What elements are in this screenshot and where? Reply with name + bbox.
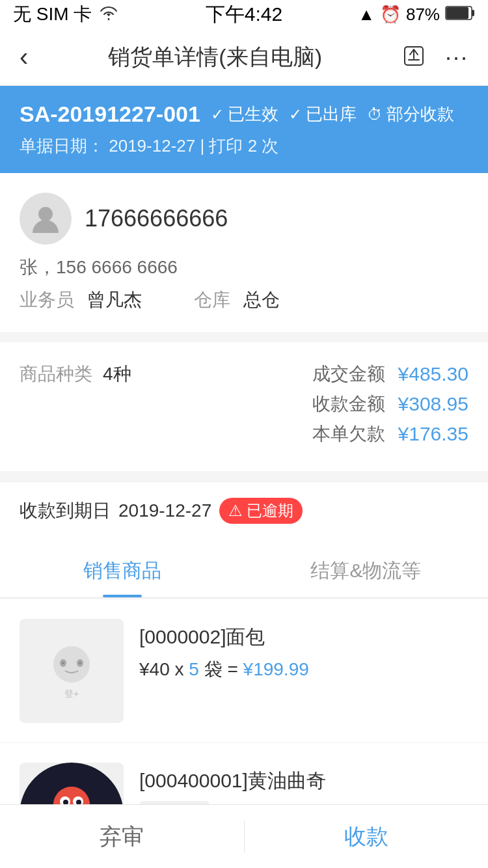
product-name-2: [000400001]黄油曲奇 bbox=[139, 768, 468, 794]
carrier-text: 无 SIM 卡 bbox=[13, 2, 92, 27]
svg-text:登+: 登+ bbox=[64, 688, 79, 699]
collected-amount: 收款金额 ¥308.95 bbox=[312, 392, 468, 416]
svg-point-9 bbox=[79, 662, 81, 664]
stats-right: 成交金额 ¥485.30 收款金额 ¥308.95 本单欠款 ¥176.35 bbox=[312, 362, 468, 452]
owed-amount: 本单欠款 ¥176.35 bbox=[312, 422, 468, 446]
status-shipped: ✓ 已出库 bbox=[289, 103, 357, 126]
svg-point-8 bbox=[62, 662, 64, 664]
back-button[interactable]: ‹ bbox=[20, 42, 28, 72]
collect-button[interactable]: 收款 bbox=[245, 805, 489, 868]
location-icon: ▲ bbox=[358, 5, 375, 25]
stats-left: 商品种类 4种 bbox=[20, 362, 131, 387]
product-name-1: [0000002]面包 bbox=[139, 624, 468, 651]
order-header: SA-20191227-001 ✓ 已生效 ✓ 已出库 ⏱ 部分收款 单据日期：… bbox=[0, 86, 488, 173]
check-icon-2: ✓ bbox=[289, 105, 302, 124]
tab-products[interactable]: 销售商品 bbox=[0, 539, 244, 597]
customer-section: 17666666666 张，156 6666 6666 业务员 曾凡杰 仓库 总… bbox=[0, 173, 488, 332]
customer-details: 业务员 曾凡杰 仓库 总仓 bbox=[20, 288, 468, 312]
status-payment: ⏱ 部分收款 bbox=[367, 103, 454, 126]
wifi-icon bbox=[98, 4, 119, 25]
page-title: 销货单详情(来自电脑) bbox=[108, 42, 322, 72]
product-info-1: [0000002]面包 ¥40 x 5 袋 = ¥199.99 bbox=[139, 619, 468, 682]
battery-text: 87% bbox=[406, 5, 440, 25]
overdue-badge: ⚠ 已逾期 bbox=[219, 498, 303, 524]
status-time: 下午4:42 bbox=[206, 1, 282, 28]
alarm-icon: ⏰ bbox=[380, 5, 401, 25]
customer-id: 17666666666 bbox=[85, 205, 228, 232]
tabs-section: 销售商品 结算&物流等 bbox=[0, 539, 488, 598]
status-bar: 无 SIM 卡 下午4:42 ▲ ⏰ 87% bbox=[0, 0, 488, 29]
tab-settlement[interactable]: 结算&物流等 bbox=[244, 539, 488, 597]
customer-top: 17666666666 bbox=[20, 193, 468, 245]
due-section: 收款到期日 2019-12-27 ⚠ 已逾期 bbox=[0, 481, 488, 539]
svg-rect-2 bbox=[446, 7, 468, 19]
nav-bar: ‹ 销货单详情(来自电脑) ··· bbox=[0, 29, 488, 86]
deal-amount: 成交金额 ¥485.30 bbox=[312, 362, 468, 387]
due-row: 收款到期日 2019-12-27 ⚠ 已逾期 bbox=[20, 498, 468, 524]
order-meta: 单据日期： 2019-12-27 | 打印 2 次 bbox=[20, 135, 468, 157]
order-id: SA-20191227-001 bbox=[20, 102, 200, 127]
status-left: 无 SIM 卡 bbox=[13, 2, 119, 27]
status-right: ▲ ⏰ 87% bbox=[358, 5, 475, 25]
svg-rect-1 bbox=[472, 10, 474, 16]
share-icon[interactable] bbox=[402, 44, 426, 70]
bottom-bar: 弃审 收款 bbox=[0, 804, 488, 868]
stats-section: 商品种类 4种 成交金额 ¥485.30 收款金额 ¥308.95 本单欠款 ¥… bbox=[0, 342, 488, 471]
nav-icons: ··· bbox=[402, 44, 468, 71]
order-id-row: SA-20191227-001 ✓ 已生效 ✓ 已出库 ⏱ 部分收款 bbox=[20, 102, 468, 127]
more-icon[interactable]: ··· bbox=[445, 44, 468, 71]
svg-point-5 bbox=[53, 646, 90, 683]
status-effective: ✓ 已生效 bbox=[211, 103, 278, 126]
product-image-1: 登+ bbox=[20, 619, 124, 723]
battery-icon bbox=[445, 5, 475, 25]
avatar bbox=[20, 193, 72, 245]
check-icon-1: ✓ bbox=[211, 105, 224, 124]
product-price-1: ¥40 x 5 袋 = ¥199.99 bbox=[139, 657, 468, 682]
customer-name: 张，156 6666 6666 bbox=[20, 255, 468, 280]
warning-icon: ⚠ bbox=[228, 502, 243, 520]
clock-icon: ⏱ bbox=[367, 105, 383, 124]
list-item: 登+ [0000002]面包 ¥40 x 5 袋 = ¥199.99 bbox=[0, 599, 488, 743]
cancel-button[interactable]: 弃审 bbox=[0, 805, 244, 868]
svg-point-4 bbox=[38, 207, 53, 221]
stats-row: 商品种类 4种 成交金额 ¥485.30 收款金额 ¥308.95 本单欠款 ¥… bbox=[20, 362, 468, 452]
